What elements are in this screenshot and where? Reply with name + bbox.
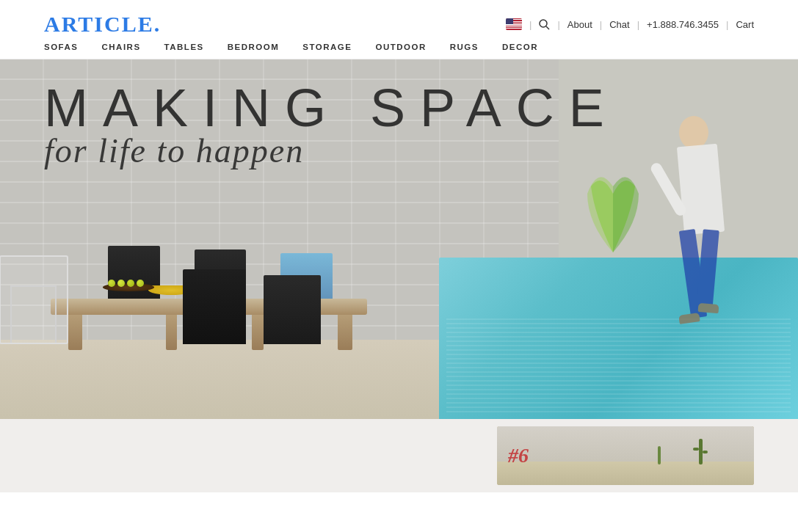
desert-ground [497, 462, 754, 485]
nav-item-rugs[interactable]: RUGS [450, 43, 479, 51]
person-leg-right [697, 229, 720, 310]
table-leg-right [338, 311, 352, 351]
phone-link[interactable]: +1.888.746.3455 [647, 19, 719, 30]
logo-text: ARTICLE [44, 12, 154, 36]
table-leg-mid-left [166, 311, 178, 351]
svg-rect-2 [699, 439, 703, 464]
hero-subtext: for life to happen [44, 131, 619, 171]
chat-link[interactable]: Chat [609, 19, 629, 30]
svg-rect-5 [658, 446, 661, 464]
divider-5: | [726, 19, 728, 30]
logo-dot: . [154, 12, 162, 36]
nav-item-chairs[interactable]: CHAIRS [101, 43, 140, 51]
fruit-2 [117, 280, 125, 287]
header: ARTICLE. | | About | Chat | +1.8 [0, 0, 798, 37]
svg-point-0 [540, 20, 547, 27]
fruit-1 [108, 280, 115, 287]
nav-item-decor[interactable]: DECOR [502, 43, 538, 51]
about-link[interactable]: About [567, 19, 592, 30]
nav-item-sofas[interactable]: SOFAS [44, 43, 78, 51]
chair-back-1 [108, 246, 159, 305]
header-right: | | About | Chat | +1.888.746.3455 | Car… [506, 18, 754, 30]
main-nav: SOFAS CHAIRS TABLES BEDROOM STORAGE OUTD… [0, 37, 798, 59]
thumbnail-number: #6 [508, 444, 529, 467]
hero-banner: MAKING SPACE for life to happen [0, 59, 798, 419]
logo[interactable]: ARTICLE. [44, 12, 161, 37]
bottom-section: #6 [0, 419, 798, 492]
divider-4: | [637, 19, 639, 30]
svg-line-1 [546, 26, 549, 29]
person-shoe-right [697, 302, 719, 313]
thumbnail-card[interactable]: #6 [497, 426, 754, 485]
table-leg-left [68, 311, 83, 351]
chair-white-left [0, 255, 68, 344]
search-button[interactable] [539, 19, 550, 30]
table-leg-mid-right [252, 311, 264, 351]
person-head [679, 116, 708, 149]
chair-front-1 [183, 269, 246, 344]
thumbnail-image [497, 426, 754, 485]
svg-rect-4 [703, 451, 708, 453]
nav-item-bedroom[interactable]: BEDROOM [228, 43, 280, 51]
fruit-3 [127, 280, 134, 287]
fruit-4 [137, 280, 144, 287]
svg-rect-3 [693, 448, 699, 451]
nav-item-outdoor[interactable]: OUTDOOR [375, 43, 426, 51]
nav-item-tables[interactable]: TABLES [164, 43, 204, 51]
person-shirt [677, 143, 725, 234]
chair-front-2 [264, 275, 321, 344]
divider-2: | [557, 19, 559, 30]
walking-person [654, 116, 742, 365]
divider-1: | [529, 19, 532, 30]
hero-text-container: MAKING SPACE for life to happen [44, 81, 619, 171]
divider-3: | [600, 19, 602, 30]
person-shoe-left [678, 313, 700, 324]
desert-sky [497, 426, 754, 462]
hero-headline: MAKING SPACE [44, 81, 619, 134]
flag-icon[interactable] [506, 18, 522, 30]
page-wrapper: ARTICLE. | | About | Chat | +1.8 [0, 0, 798, 532]
furniture-scene [22, 156, 597, 354]
fruits-group [108, 280, 144, 287]
cart-link[interactable]: Cart [736, 19, 754, 30]
nav-item-storage[interactable]: STORAGE [302, 43, 352, 51]
